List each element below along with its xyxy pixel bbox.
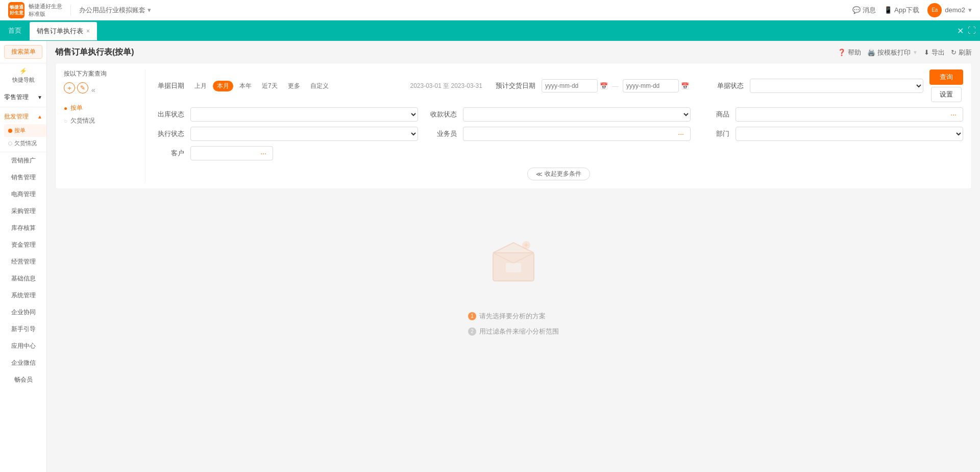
main-layout: 搜索菜单 ⚡ 快捷导航 零售管理 ▼ 批发管理 ▲ 按单 xyxy=(0,41,980,472)
settings-btn[interactable]: 设置 xyxy=(931,87,962,102)
circle-empty-icon xyxy=(8,141,12,146)
sidebar-item-newuser[interactable]: 新手引导 xyxy=(0,321,46,338)
sidebar-item-basic[interactable]: 基础信息 xyxy=(0,270,46,287)
dept-group: 部门 xyxy=(699,127,963,141)
sidebar-item-debt[interactable]: 欠货情况 xyxy=(4,137,46,150)
add-plan-btn[interactable]: + xyxy=(64,82,75,93)
date-tag-7days[interactable]: 近7天 xyxy=(258,81,282,91)
sidebar-item-inventory[interactable]: 库存核算 xyxy=(0,220,46,237)
sidebar-item-zero-retail[interactable]: 零售管理 ▼ xyxy=(0,90,46,105)
sidebar-item-press-order[interactable]: 按单 xyxy=(4,124,46,137)
sidebar-item-purchase[interactable]: 采购管理 xyxy=(0,203,46,220)
empty-step-2: 2 用过滤条件来缩小分析范围 xyxy=(468,325,559,338)
nav-dropdown-icon[interactable]: ▾ xyxy=(148,6,151,14)
nav-title: 办公用品行业模拟账套 xyxy=(79,6,145,15)
customer-input-wrapper: ··· xyxy=(190,146,273,160)
query-btn[interactable]: 查询 xyxy=(929,69,963,85)
sidebar-item-ecommerce[interactable]: 电商管理 xyxy=(0,186,46,203)
tabbar-right-actions: ✕ ⛶ xyxy=(957,26,980,36)
help-icon: ❓ xyxy=(838,49,846,56)
topbar-left: 畅捷通好生意 畅捷通好生意 标准版 办公用品行业模拟账套 ▾ xyxy=(8,2,151,18)
sidebar-item-wechat[interactable]: 企业微信 xyxy=(0,355,46,371)
topbar-right: 💬 消息 📱 App下载 Ea demo2 ▾ xyxy=(852,3,972,17)
sidebar-item-operation[interactable]: 经营管理 xyxy=(0,253,46,270)
plan-actions: + ✎ xyxy=(64,82,88,93)
date-tags: 上月 本月 本年 近7天 更多 自定义 xyxy=(190,81,333,91)
print-btn[interactable]: 🖨️ 按模板打印 ▼ xyxy=(867,48,918,57)
collapse-more-btn[interactable]: ≪ 收起更多条件 xyxy=(527,168,590,180)
close-window-icon[interactable]: ✕ xyxy=(957,26,964,36)
sidebar-item-quick-nav[interactable]: ⚡ 快捷导航 xyxy=(0,63,46,88)
sidebar-item-apps[interactable]: 应用中心 xyxy=(0,338,46,355)
sidebar-section-zero-retail: 零售管理 ▼ xyxy=(0,88,46,107)
filter-section: 按以下方案查询 + ✎ « ● 按单 xyxy=(55,63,972,189)
collect-status-select[interactable] xyxy=(463,107,691,122)
goods-group: 商品 ··· xyxy=(699,107,963,122)
wholesale-submenu: 按单 欠货情况 xyxy=(0,124,46,150)
filter-row-2: 出库状态 收款状态 xyxy=(154,107,963,122)
plan-item-debt[interactable]: ○ 欠货情况 xyxy=(64,114,139,127)
exec-status-group: 执行状态 xyxy=(154,127,418,141)
fullscreen-icon[interactable]: ⛶ xyxy=(968,26,976,35)
dept-select[interactable] xyxy=(736,127,963,141)
topbar-nav[interactable]: 办公用品行业模拟账套 ▾ xyxy=(79,6,151,15)
goods-more-btn[interactable]: ··· xyxy=(948,110,959,119)
date-tag-last-month[interactable]: 上月 xyxy=(190,81,211,91)
salesperson-more-btn[interactable]: ··· xyxy=(676,130,686,138)
calendar-to-icon[interactable]: 📅 xyxy=(681,82,689,90)
tab-sales-order[interactable]: 销售订单执行表 × xyxy=(30,22,97,40)
sidebar-search-area: 搜索菜单 xyxy=(0,41,46,63)
tab-home[interactable]: 首页 xyxy=(0,20,30,41)
collapse-chevron-icon: ≪ xyxy=(536,171,543,178)
export-btn[interactable]: ⬇ 导出 xyxy=(924,48,945,57)
date-range-display: 2023-03-01 至 2023-03-31 xyxy=(410,82,482,90)
plan-active-icon: ● xyxy=(64,105,67,112)
user-menu[interactable]: Ea demo2 ▾ xyxy=(927,3,972,17)
msg-btn[interactable]: 💬 消息 xyxy=(852,6,876,15)
date-tag-this-month[interactable]: 本月 xyxy=(213,81,233,91)
sidebar-item-member[interactable]: 畅会员 xyxy=(0,371,46,388)
edit-plan-btn[interactable]: ✎ xyxy=(77,82,88,93)
salesperson-input-wrapper: ··· xyxy=(463,127,691,141)
empty-step-1: 1 请先选择要分析的方案 xyxy=(468,310,559,323)
out-status-select[interactable] xyxy=(190,107,418,122)
sidebar-item-enterprise[interactable]: 企业协同 xyxy=(0,304,46,321)
calendar-from-icon[interactable]: 📅 xyxy=(600,82,608,90)
topbar: 畅捷通好生意 畅捷通好生意 标准版 办公用品行业模拟账套 ▾ 💬 消息 📱 Ap… xyxy=(0,0,980,20)
filter-row-1: 单据日期 上月 本月 本年 近7天 更多 自定义 2023 xyxy=(154,69,963,102)
expected-date-from[interactable] xyxy=(542,79,598,92)
date-tag-this-year[interactable]: 本年 xyxy=(235,81,256,91)
sidebar-section-wholesale: 批发管理 ▲ 按单 欠货情况 xyxy=(0,107,46,152)
date-tag-custom[interactable]: 自定义 xyxy=(306,81,333,91)
phone-icon: 📱 xyxy=(884,6,892,14)
empty-illustration xyxy=(483,230,544,299)
page-actions: ❓ 帮助 🖨️ 按模板打印 ▼ ⬇ 导出 ↻ 刷新 xyxy=(838,48,972,57)
page-title: 销售订单执行表(按单) xyxy=(55,47,134,58)
goods-input-wrapper: ··· xyxy=(736,107,963,122)
sidebar-item-system[interactable]: 系统管理 xyxy=(0,287,46,304)
filter-row-3: 执行状态 业务员 ··· xyxy=(154,127,963,141)
sidebar-item-wholesale[interactable]: 批发管理 ▲ xyxy=(0,109,46,124)
print-icon: 🖨️ xyxy=(867,49,875,56)
plan-item-press[interactable]: ● 按单 xyxy=(64,102,139,114)
search-menu-btn[interactable]: 搜索菜单 xyxy=(4,45,42,59)
sidebar: 搜索菜单 ⚡ 快捷导航 零售管理 ▼ 批发管理 ▲ 按单 xyxy=(0,41,47,472)
sidebar-item-marketing[interactable]: 营销推广 xyxy=(0,152,46,169)
app-download-btn[interactable]: 📱 App下载 xyxy=(884,6,919,15)
expected-date-to[interactable] xyxy=(623,79,679,92)
bill-status-group: 单据状态 xyxy=(713,79,923,93)
sidebar-item-finance[interactable]: 资金管理 xyxy=(0,237,46,253)
empty-instructions: 1 请先选择要分析的方案 2 用过滤条件来缩小分析范围 xyxy=(468,310,559,338)
exec-status-select[interactable] xyxy=(190,127,418,141)
date-tag-more[interactable]: 更多 xyxy=(284,81,304,91)
plan-selector-header: 按以下方案查询 xyxy=(64,69,139,78)
sidebar-item-sales[interactable]: 销售管理 xyxy=(0,169,46,186)
refresh-btn[interactable]: ↻ 刷新 xyxy=(951,48,972,57)
bill-status-select[interactable] xyxy=(750,79,923,93)
collapse-plan-btn[interactable]: « xyxy=(91,86,95,94)
plan-inactive-icon: ○ xyxy=(64,117,67,125)
help-btn[interactable]: ❓ 帮助 xyxy=(838,48,861,57)
customer-more-btn[interactable]: ··· xyxy=(258,149,268,157)
salesperson-group: 业务员 ··· xyxy=(426,127,691,141)
tab-close-btn[interactable]: × xyxy=(86,28,90,35)
